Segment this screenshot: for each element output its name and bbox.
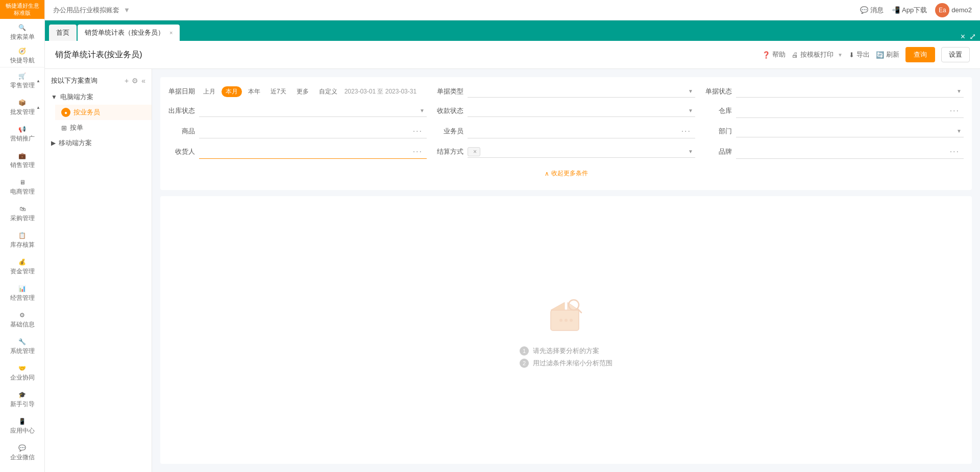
- consignee-input[interactable]: ···: [199, 145, 427, 159]
- settlement-clear-button[interactable]: ×: [473, 148, 477, 155]
- sidebar-item-appcenter[interactable]: 📱 应用中心: [0, 413, 44, 439]
- sidebar-item-marketing[interactable]: 📢 营销推广: [0, 121, 44, 147]
- tab-sales-stats-label: 销货单统计表（按业务员）: [85, 28, 164, 37]
- date-tab-more[interactable]: 更多: [292, 86, 313, 97]
- salesperson-input[interactable]: ···: [468, 124, 695, 138]
- date-tab-thisyear[interactable]: 本年: [244, 86, 264, 97]
- tree-order-icon: ⊞: [61, 124, 67, 132]
- basic-icon: ⚙: [19, 312, 25, 319]
- collectstatus-label: 收款状态: [437, 106, 463, 115]
- sidebar-item-inventory[interactable]: 📋 库存核算: [0, 227, 44, 253]
- filter-row-1: 单据日期 上月 本月 本年 近7天 更多 自定义 20: [168, 85, 964, 98]
- tab-sales-stats[interactable]: 销货单统计表（按业务员） ×: [78, 25, 180, 41]
- appcenter-icon: 📱: [18, 418, 26, 425]
- collapse-button[interactable]: ∧ 收起更多条件: [168, 165, 964, 182]
- message-button[interactable]: 💬 消息: [860, 6, 884, 15]
- docstatus-select[interactable]: [736, 86, 964, 96]
- brand-input[interactable]: ···: [736, 145, 964, 159]
- filter-section: 单据日期 上月 本月 本年 近7天 更多 自定义 20: [160, 77, 972, 190]
- svg-point-5: [559, 319, 562, 322]
- empty-state: 1 请先选择要分析的方案 2 用过滤条件来缩小分析范围: [160, 196, 972, 464]
- filter-row-2: 出库状态 ▼ 收款状态: [168, 104, 964, 118]
- panel-header-actions: + ⚙ «: [125, 77, 145, 85]
- outstatus-label: 出库状态: [168, 106, 195, 115]
- sidebar-item-wechat[interactable]: 💬 企业微信: [0, 439, 44, 466]
- sidebar-item-newbie[interactable]: 🎓 新手引导: [0, 386, 44, 413]
- tree-mobile-schemes[interactable]: ▶ 移动端方案: [45, 135, 152, 151]
- sidebar-item-enterprise[interactable]: 🤝 企业协同: [0, 360, 44, 386]
- user-profile[interactable]: Ea demo2: [935, 3, 972, 17]
- product-input[interactable]: ···: [199, 124, 427, 138]
- panel-add-button[interactable]: +: [125, 77, 129, 85]
- sidebar-item-finance[interactable]: 💰 资金管理: [0, 253, 44, 280]
- tree-desktop-label: 电脑端方案: [60, 92, 93, 102]
- tree-badge-icon: ●: [61, 108, 70, 117]
- date-tab-custom[interactable]: 自定义: [315, 86, 341, 97]
- date-tab-lastmonth[interactable]: 上月: [199, 86, 219, 97]
- sidebar: 畅捷通好生意 标准版 🔍 搜索菜单 🧭 快捷导航 🛒 零售管理 📦 批发管理 📢…: [0, 0, 45, 472]
- tab-home[interactable]: 首页: [49, 25, 77, 41]
- sidebar-item-retail[interactable]: 🛒 零售管理: [0, 67, 44, 94]
- query-button[interactable]: 查询: [905, 47, 935, 62]
- refresh-button[interactable]: 🔄 刷新: [876, 50, 899, 59]
- export-icon: ⬇: [849, 51, 854, 59]
- sidebar-item-basic[interactable]: ⚙ 基础信息: [0, 306, 44, 333]
- filter-item-date: 单据日期 上月 本月 本年 近7天 更多 自定义 20: [168, 86, 427, 97]
- settlement-select[interactable]: [480, 147, 695, 156]
- consignee-dots-icon[interactable]: ···: [413, 147, 423, 156]
- page-title: 销货单统计表(按业务员): [55, 50, 142, 66]
- wechat-icon: 💬: [18, 444, 26, 452]
- sidebar-search[interactable]: 🔍 搜索菜单: [0, 19, 44, 44]
- sidebar-item-system[interactable]: 🔧 系统管理: [0, 333, 44, 360]
- tab-close-button[interactable]: ×: [169, 30, 173, 36]
- warehouse-dots-icon[interactable]: ···: [950, 106, 960, 115]
- export-button[interactable]: ⬇ 导出: [849, 50, 870, 59]
- topbar-app-name: 办公用品行业模拟账套: [53, 6, 119, 15]
- tree-item-by-salesperson[interactable]: ● 按业务员: [55, 105, 152, 120]
- tab-home-label: 首页: [56, 28, 69, 37]
- print-button[interactable]: 🖨 按模板打印 ▼: [792, 50, 843, 59]
- salesperson-dots-icon[interactable]: ···: [681, 127, 691, 136]
- warehouse-input[interactable]: ···: [736, 104, 964, 118]
- tree-sub-desktop: ● 按业务员 ⊞ 按单: [45, 105, 152, 135]
- date-tab-thismonth[interactable]: 本月: [222, 86, 242, 97]
- tree-desktop-schemes[interactable]: ▼ 电脑端方案: [45, 89, 152, 105]
- sidebar-item-ecommerce[interactable]: 🖥 电商管理: [0, 174, 44, 200]
- sidebar-item-wholesale[interactable]: 📦 批发管理: [0, 94, 44, 121]
- message-label: 消息: [870, 6, 884, 15]
- inventory-icon: 📋: [18, 232, 26, 239]
- sidebar-ecommerce-label: 电商管理: [10, 187, 35, 196]
- panel-title: 按以下方案查询: [51, 76, 97, 85]
- sidebar-item-purchase[interactable]: 🛍 采购管理: [0, 200, 44, 227]
- export-label: 导出: [856, 50, 870, 59]
- outstatus-select[interactable]: [199, 106, 427, 115]
- sidebar-item-sales[interactable]: 💼 销售管理: [0, 147, 44, 174]
- filter-item-settlement: 结算方式 × ▼: [437, 146, 695, 158]
- sidebar-quicknav[interactable]: 🧭 快捷导航: [0, 44, 44, 67]
- sidebar-item-member[interactable]: 👥 畅会员: [0, 466, 44, 472]
- system-icon: 🔧: [18, 338, 26, 345]
- dept-select[interactable]: [736, 126, 964, 136]
- tab-expand-button[interactable]: ⤢: [969, 33, 976, 41]
- tab-close-all-button[interactable]: ×: [961, 33, 965, 41]
- collectstatus-select[interactable]: [468, 106, 695, 115]
- tree-item-by-order[interactable]: ⊞ 按单: [55, 120, 152, 135]
- topbar-dropdown-icon[interactable]: ▼: [124, 6, 130, 14]
- panel-collapse-button[interactable]: «: [141, 77, 145, 85]
- sidebar-item-operations[interactable]: 📊 经营管理: [0, 280, 44, 306]
- sidebar-system-label: 系统管理: [10, 347, 35, 356]
- brand-dots-icon[interactable]: ···: [950, 147, 960, 156]
- right-panel: 单据日期 上月 本月 本年 近7天 更多 自定义 20: [152, 69, 980, 472]
- settings-button[interactable]: 设置: [941, 47, 970, 62]
- avatar: Ea: [935, 3, 949, 17]
- doctype-select[interactable]: [468, 86, 695, 96]
- date-tab-7days[interactable]: 近7天: [266, 86, 290, 97]
- panel-settings-button[interactable]: ⚙: [132, 77, 138, 85]
- docstatus-select-wrapper: ▼: [736, 85, 964, 98]
- tree-mobile-label: 移动端方案: [59, 138, 92, 148]
- help-button[interactable]: ❓ 帮助: [762, 50, 786, 59]
- tabbar-actions: × ⤢: [961, 33, 976, 41]
- app-download-button[interactable]: 📲 App下载: [892, 6, 927, 15]
- product-dots-icon[interactable]: ···: [413, 127, 423, 136]
- empty-tip-1: 1 请先选择要分析的方案: [520, 346, 612, 356]
